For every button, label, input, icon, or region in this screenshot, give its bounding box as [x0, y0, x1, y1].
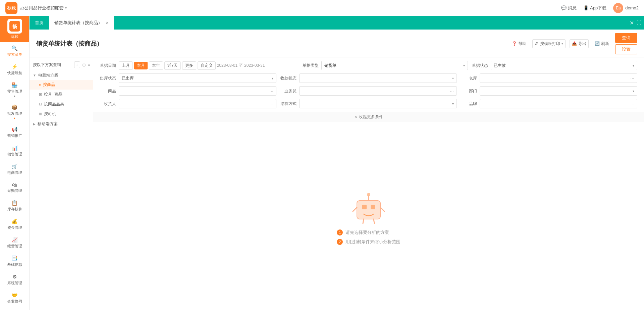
- page-header: 销货单统计表（按商品） ❓ 帮助 🖨 按模板打印 ▾ 📤 导出: [30, 30, 644, 57]
- docstatus-control[interactable]: 已生效 ▾: [491, 61, 637, 70]
- sidebar-item-system[interactable]: ⚙ 系统管理: [0, 270, 29, 289]
- sidebar-item-guide[interactable]: 🎯 新手引导: [0, 307, 29, 310]
- sidebar-item-sales[interactable]: 📊 销售管理: [0, 142, 29, 160]
- sidebar-item-purchase[interactable]: 🛍 采购管理: [0, 178, 29, 197]
- scheme-item-product[interactable]: ● 按商品: [30, 80, 93, 90]
- scheme-item-driver[interactable]: ⊞ 按司机: [30, 109, 93, 119]
- doctype-control[interactable]: 销货单 ▾: [321, 61, 468, 70]
- query-button[interactable]: 查询: [615, 33, 637, 43]
- sidebar-logo[interactable]: 畅 标账: [0, 16, 29, 42]
- search-icon: 🔍: [11, 45, 18, 51]
- logo-area[interactable]: 标账: [5, 2, 17, 14]
- export-btn[interactable]: 📤 导出: [570, 39, 589, 48]
- receiver-dots[interactable]: ···: [269, 101, 273, 106]
- dept-control[interactable]: ▾: [480, 86, 637, 96]
- app-title-arrow[interactable]: ▾: [65, 6, 67, 10]
- product-control[interactable]: ···: [119, 86, 276, 96]
- tab-close-icon[interactable]: ✕: [106, 21, 109, 25]
- sidebar-item-finance[interactable]: 💰 资金管理: [0, 215, 29, 234]
- svg-text:畅: 畅: [12, 24, 17, 29]
- salesperson-dots[interactable]: ···: [450, 88, 454, 94]
- sidebar-item-operation[interactable]: 📈 经营管理: [0, 234, 29, 252]
- filter-label-brand: 品牌: [461, 101, 477, 107]
- scheme-item-label: 按司机: [44, 111, 56, 117]
- left-panel-header: 按以下方案查询 + ⊙ «: [30, 59, 93, 70]
- filter-label-doctype: 单据类型: [303, 63, 319, 68]
- scheme-settings-icon[interactable]: ⊙: [82, 62, 86, 67]
- date-btn-custom[interactable]: 自定义: [198, 61, 216, 70]
- tip1-text: 请先选择要分析的方案: [345, 229, 389, 236]
- tab-home[interactable]: 首页: [30, 16, 49, 30]
- scheme-group-header-mobile[interactable]: ▶ 移动端方案: [30, 119, 93, 128]
- outbound-arrow-icon: ▾: [272, 76, 273, 80]
- message-btn[interactable]: 💬 消息: [561, 5, 577, 11]
- collapse-bar[interactable]: ∧ 收起更多条件: [93, 112, 644, 122]
- filter-receiver: 收货人 ···: [100, 99, 276, 108]
- collapse-panel-icon[interactable]: «: [88, 62, 90, 67]
- svg-rect-2: [357, 201, 380, 219]
- user-label: demo2: [625, 5, 639, 10]
- print-btn[interactable]: 🖨 按模板打印 ▾: [532, 39, 566, 48]
- sidebar-item-enterprise[interactable]: 🤝 企业协同: [0, 289, 29, 307]
- user-menu[interactable]: Ea demo2: [613, 3, 639, 13]
- sidebar-item-wholesale[interactable]: 📦 批发管理 ▲: [0, 101, 29, 123]
- date-btn-this-month[interactable]: 本月: [134, 62, 148, 69]
- sidebar-item-search[interactable]: 🔍 搜索菜单: [0, 42, 29, 60]
- warehouse-dots[interactable]: ···: [630, 75, 634, 81]
- date-btn-more[interactable]: 更多: [182, 61, 196, 70]
- sidebar-item-marketing[interactable]: 📢 营销推广: [0, 123, 29, 142]
- date-btn-last-month[interactable]: 上月: [119, 61, 133, 70]
- operation-icon: 📈: [11, 237, 18, 243]
- filter-warehouse: 仓库 ···: [461, 73, 637, 83]
- receiver-control[interactable]: ···: [119, 99, 276, 108]
- brand-dots[interactable]: ···: [630, 101, 634, 106]
- scheme-group-desktop: ▼ 电脑端方案 ● 按商品 ⊞ 按月+商品 ⊟: [30, 71, 93, 119]
- window-close-icon[interactable]: ✕: [630, 20, 634, 26]
- payment-control[interactable]: ▾: [299, 73, 457, 83]
- window-expand-icon[interactable]: ⛶: [637, 20, 641, 25]
- filter-payment: 收款状态 ▾: [280, 73, 457, 83]
- sidebar-item-retail[interactable]: 🏪 零售管理 ▲: [0, 79, 29, 101]
- system-icon: ⚙: [12, 274, 17, 280]
- app-download-btn[interactable]: 📱 App下载: [583, 5, 606, 11]
- tab-report-label: 销货单统计表（按商品）: [54, 20, 102, 26]
- product-dots[interactable]: ···: [269, 88, 273, 94]
- sidebar-item-basic[interactable]: 📑 基础信息: [0, 252, 29, 270]
- refresh-btn[interactable]: 🔄 刷新: [593, 40, 611, 48]
- content-body: 按以下方案查询 + ⊙ « ▼ 电脑端方案: [30, 57, 644, 310]
- salesperson-control[interactable]: ···: [299, 86, 457, 96]
- topbar-right: 💬 消息 📱 App下载 Ea demo2: [561, 3, 639, 13]
- scheme-group-header-desktop[interactable]: ▼ 电脑端方案: [30, 71, 93, 80]
- driver-icon: ⊞: [39, 112, 42, 116]
- filter-label-date: 单据日期: [100, 63, 116, 68]
- help-btn[interactable]: ❓ 帮助: [510, 40, 528, 48]
- app-header: 标账 办公用品行业模拟账套 ▾ 💬 消息 📱 App下载 Ea demo2: [0, 0, 644, 16]
- date-btn-7days[interactable]: 近7天: [164, 61, 181, 70]
- empty-state: 1 请先选择要分析的方案 2 用[过滤]条件来缩小分析范围: [93, 122, 644, 310]
- docstatus-value: 已生效: [494, 63, 506, 68]
- tip1-num: 1: [337, 229, 343, 236]
- left-panel-title: 按以下方案查询: [33, 62, 61, 68]
- avatar: Ea: [613, 3, 623, 13]
- empty-tip-1: 1 请先选择要分析的方案: [337, 229, 400, 236]
- filter-label-payment: 收款状态: [280, 75, 297, 81]
- add-scheme-icon[interactable]: +: [74, 61, 80, 68]
- settings-button[interactable]: 设置: [615, 44, 637, 54]
- outbound-control[interactable]: 已出库 ▾: [119, 73, 276, 83]
- date-btn-this-year[interactable]: 本年: [149, 61, 163, 70]
- filter-brand: 品牌 ···: [461, 99, 637, 108]
- scheme-item-category[interactable]: ⊟ 按商品品类: [30, 99, 93, 109]
- brand-control[interactable]: ···: [480, 99, 637, 108]
- settlement-control[interactable]: ▾: [299, 99, 457, 108]
- tab-nav: 首页 销货单统计表（按商品） ✕ ✕ ⛶: [30, 16, 644, 30]
- sidebar-item-ecommerce[interactable]: 🛒 电商管理: [0, 160, 29, 178]
- filter-outbound: 出库状态 已出库 ▾: [100, 73, 276, 83]
- warehouse-control[interactable]: ···: [480, 73, 637, 83]
- sidebar-item-inventory[interactable]: 📋 库存核算: [0, 197, 29, 215]
- sidebar-item-quick[interactable]: ⚡ 快捷导航: [0, 60, 29, 79]
- docstatus-arrow-icon: ▾: [633, 64, 634, 67]
- tab-report[interactable]: 销货单统计表（按商品） ✕: [49, 16, 114, 30]
- scheme-item-month-product[interactable]: ⊞ 按月+商品: [30, 90, 93, 99]
- filter-label-docstatus: 单据状态: [472, 63, 488, 68]
- header-actions: ❓ 帮助 🖨 按模板打印 ▾ 📤 导出 🔄 刷新: [510, 33, 637, 54]
